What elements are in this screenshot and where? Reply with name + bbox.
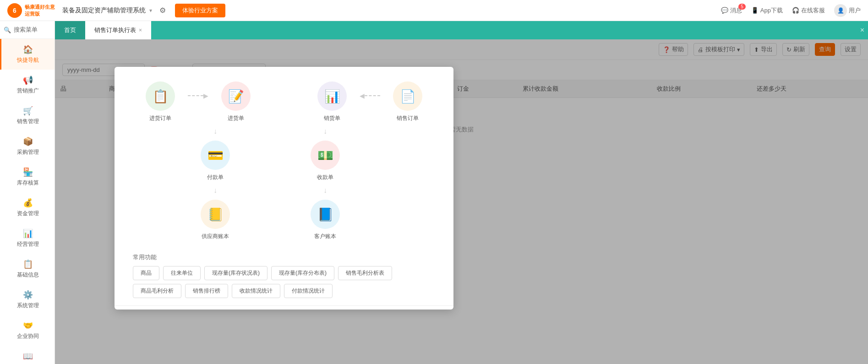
workflow-sales-bill[interactable]: 📊 销货单 bbox=[305, 81, 360, 122]
logo-area: 6 畅康通好生意 运营版 bbox=[7, 3, 62, 18]
payment-bill-icon: 💳 bbox=[207, 148, 224, 163]
modal-scrollbar: ◀ ▶ bbox=[115, 305, 453, 310]
func-btn-partner[interactable]: 往来单位 bbox=[163, 266, 201, 280]
workflow-area: 📋 进货订单 ▶ bbox=[115, 67, 453, 253]
common-functions-title: 常用功能 bbox=[133, 253, 435, 261]
sales-bill-label: 销货单 bbox=[324, 114, 340, 122]
func-btn-stock-status[interactable]: 现存量(库存状况表) bbox=[204, 266, 267, 280]
modal-overlay[interactable]: 📋 进货订单 ▶ bbox=[55, 39, 868, 364]
supplier-ledger-label: 供应商账本 bbox=[202, 233, 229, 240]
system-title: 装备及固定资产辅助管理系统 bbox=[62, 6, 146, 15]
sales-bill-down-arrow-container: ↓ bbox=[298, 126, 353, 137]
sales-icon: 🛒 bbox=[23, 106, 33, 116]
workflow-payment-bill[interactable]: 💳 付款单 bbox=[188, 141, 243, 181]
message-badge: 5 bbox=[738, 4, 746, 10]
receipt-bill-icon: 💵 bbox=[317, 148, 333, 163]
purchase-bill-icon: 📝 bbox=[228, 89, 244, 104]
avatar: 👤 bbox=[834, 4, 847, 17]
sidebar-item-purchase[interactable]: 📦 采购管理 bbox=[0, 131, 55, 162]
top-header: 6 畅康通好生意 运营版 装备及固定资产辅助管理系统 ▾ ⚙ 体验行业方案 💬 … bbox=[0, 0, 868, 21]
payment-bill-label: 付款单 bbox=[207, 174, 224, 181]
func-btn-product-profit[interactable]: 商品毛利分析 bbox=[133, 284, 181, 298]
workflow-row-2: 💳 付款单 💵 收款单 bbox=[133, 141, 435, 181]
sales-bill-circle: 📊 bbox=[317, 81, 347, 111]
logo-text: 畅康通好生意 运营版 bbox=[25, 4, 55, 17]
receipt-bill-down-arrow-container: ↓ bbox=[298, 185, 353, 196]
workflow-purchase-bill[interactable]: 📝 进货单 bbox=[208, 81, 263, 122]
tab-bar-close-button[interactable]: × bbox=[860, 26, 864, 34]
sidebar-item-operations[interactable]: 📊 经营管理 bbox=[0, 223, 55, 254]
workflow-row-arrows-2: ↓ ↓ bbox=[133, 185, 435, 196]
tab-sales-order-exec[interactable]: 销售订单执行表 × bbox=[85, 21, 151, 39]
user-menu[interactable]: 👤 用户 bbox=[834, 4, 861, 17]
app-icon: 📱 bbox=[751, 7, 759, 14]
sales-bill-down-arrow: ↓ bbox=[323, 126, 327, 137]
common-functions: 常用功能 商品 往来单位 现存量(库存状况表) 现存量(库存分布表) 销售毛利分… bbox=[115, 253, 453, 305]
receipt-down-arrow: ↓ bbox=[323, 185, 327, 196]
workflow-row-3: 📒 供应商账本 📘 客户账本 bbox=[133, 200, 435, 240]
receipt-bill-label: 收款单 bbox=[317, 174, 333, 181]
purchase-bill-circle: 📝 bbox=[221, 81, 251, 111]
tab-bar: 首页 销售订单执行表 × × bbox=[55, 21, 868, 39]
sidebar-item-quick-guide[interactable]: 🏠 快捷导航 bbox=[0, 39, 55, 70]
func-btn-sales-profit[interactable]: 销售毛利分析表 bbox=[338, 266, 392, 280]
workflow-supplier-ledger[interactable]: 📒 供应商账本 bbox=[188, 200, 243, 240]
sidebar-item-inventory[interactable]: 🏪 库存核算 bbox=[0, 162, 55, 192]
service-icon: 🎧 bbox=[792, 7, 799, 14]
purchase-order-icon: 📋 bbox=[153, 89, 169, 104]
system-title-area: 装备及固定资产辅助管理系统 ▾ ⚙ 体验行业方案 bbox=[62, 4, 721, 17]
message-button[interactable]: 💬 消息 5 bbox=[721, 6, 742, 15]
enterprise-icon: 🤝 bbox=[23, 321, 33, 331]
sidebar-item-system[interactable]: ⚙️ 系统管理 bbox=[0, 284, 55, 315]
purchase-order-circle: 📋 bbox=[146, 81, 175, 111]
finance-icon: 💰 bbox=[23, 198, 33, 208]
app-download-button[interactable]: 📱 App下载 bbox=[751, 6, 783, 15]
payment-bill-down-arrow-container: ↓ bbox=[188, 185, 243, 196]
supplier-ledger-circle: 📒 bbox=[201, 200, 230, 229]
sidebar-item-marketing[interactable]: 📢 营销推广 bbox=[0, 70, 55, 100]
func-btn-sales-rank[interactable]: 销售排行榜 bbox=[185, 284, 228, 298]
sidebar-item-newbie[interactable]: 📖 新手引导 bbox=[0, 346, 55, 364]
workflow-row-1: 📋 进货订单 ▶ bbox=[133, 81, 435, 122]
logo-icon: 6 bbox=[7, 3, 22, 18]
settings-icon[interactable]: ⚙ bbox=[159, 6, 166, 15]
sidebar-item-sales[interactable]: 🛒 销售管理 bbox=[0, 100, 55, 131]
purchase-bill-label: 进货单 bbox=[228, 114, 244, 122]
marketing-icon: 📢 bbox=[23, 75, 33, 85]
tab-close-icon[interactable]: × bbox=[139, 27, 142, 33]
sales-bill-icon: 📊 bbox=[324, 89, 340, 104]
workflow-row-arrows: ↓ ↓ bbox=[133, 126, 435, 137]
purchase-bill-down-arrow-container: ↓ bbox=[188, 126, 243, 137]
workflow-customer-ledger[interactable]: 📘 客户账本 bbox=[298, 200, 353, 240]
tab-home[interactable]: 首页 bbox=[55, 21, 85, 39]
payment-bill-circle: 💳 bbox=[201, 141, 230, 170]
operations-icon: 📊 bbox=[23, 228, 33, 239]
page-content: ❓ 帮助 🖨 按模板打印 ▾ ⬆ 导出 ↻ 刷新 查询 bbox=[55, 39, 868, 364]
workflow-receipt-bill[interactable]: 💵 收款单 bbox=[298, 141, 353, 181]
content-area: 首页 销售订单执行表 × × ❓ 帮助 🖨 按模板打印 ▾ bbox=[55, 21, 868, 364]
search-menu-button[interactable]: 🔍 搜索菜单 bbox=[0, 21, 55, 39]
customer-service-button[interactable]: 🎧 在线客服 bbox=[792, 6, 825, 15]
sidebar-item-enterprise[interactable]: 🤝 企业协同 bbox=[0, 315, 55, 346]
trial-button[interactable]: 体验行业方案 bbox=[175, 4, 225, 17]
workflow-sales-order[interactable]: 📄 销售订单 bbox=[380, 81, 435, 122]
purchase-bill-down-arrow: ↓ bbox=[213, 126, 217, 137]
message-icon: 💬 bbox=[721, 7, 728, 14]
sidebar-item-basic-info[interactable]: 📋 基础信息 bbox=[0, 254, 55, 284]
system-icon: ⚙️ bbox=[23, 290, 33, 300]
common-functions-buttons: 商品 往来单位 现存量(库存状况表) 现存量(库存分布表) 销售毛利分析表 商品… bbox=[133, 266, 435, 298]
func-btn-product[interactable]: 商品 bbox=[133, 266, 159, 280]
modal-box: 📋 进货订单 ▶ bbox=[115, 67, 453, 310]
purchase-icon: 📦 bbox=[23, 136, 33, 147]
newbie-icon: 📖 bbox=[23, 351, 33, 361]
sidebar-item-finance[interactable]: 💰 资金管理 bbox=[0, 192, 55, 223]
sales-order-label: 销售订单 bbox=[397, 114, 419, 122]
receipt-bill-circle: 💵 bbox=[311, 141, 340, 170]
func-btn-payment-stat[interactable]: 付款情况统计 bbox=[284, 284, 333, 298]
system-dropdown-icon[interactable]: ▾ bbox=[149, 7, 152, 14]
purchase-order-label: 进货订单 bbox=[149, 114, 171, 122]
func-btn-stock-dist[interactable]: 现存量(库存分布表) bbox=[271, 266, 334, 280]
workflow-purchase-order[interactable]: 📋 进货订单 bbox=[133, 81, 188, 122]
func-btn-receipt-stat[interactable]: 收款情况统计 bbox=[232, 284, 280, 298]
header-right: 💬 消息 5 📱 App下载 🎧 在线客服 👤 用户 bbox=[721, 4, 861, 17]
